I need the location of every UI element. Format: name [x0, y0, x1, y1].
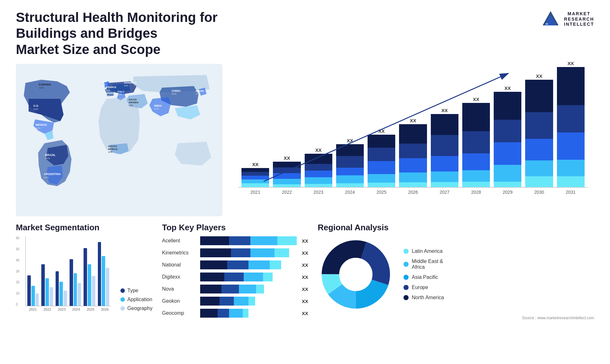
svg-text:xx%: xx%: [129, 104, 133, 106]
svg-text:xx%: xx%: [106, 89, 110, 91]
regional-title: Regional Analysis: [318, 223, 594, 233]
svg-text:xx%: xx%: [172, 92, 176, 95]
svg-text:ARABIA: ARABIA: [129, 101, 139, 104]
key-players-section: Top Key Players Acellent XX Kinemetrics: [162, 223, 308, 354]
regional-section: Regional Analysis: [318, 223, 594, 354]
segmentation-legend: Type Application Geography: [120, 288, 152, 311]
svg-text:U.K.: U.K.: [102, 80, 107, 83]
svg-text:xx%: xx%: [195, 93, 200, 95]
svg-text:GERMANY: GERMANY: [124, 81, 137, 84]
svg-text:BRAZIL: BRAZIL: [45, 153, 56, 157]
player-geocomp: Geocomp XX: [162, 309, 308, 318]
svg-text:xx%: xx%: [105, 95, 110, 97]
page-title: Structural Health Monitoring for Buildin…: [16, 10, 276, 57]
svg-text:xx%: xx%: [124, 84, 128, 87]
legend-latin-america: Latin America: [403, 248, 444, 254]
donut-chart: [318, 236, 394, 313]
segmentation-title: Market Segmentation: [16, 223, 152, 233]
svg-text:JAPAN: JAPAN: [195, 90, 204, 92]
logo: M MARKET RESEARCH INTELLECT: [541, 10, 594, 29]
legend-europe: Europe: [403, 285, 444, 290]
svg-text:CHINA: CHINA: [172, 89, 181, 92]
svg-text:xx%: xx%: [36, 127, 40, 130]
player-digitexx: Digitexx XX: [162, 273, 308, 281]
segmentation-section: Market Segmentation 60 50 40 30 20 10 0: [16, 223, 152, 354]
world-map: CANADA xx% U.S. xx% MEXICO xx% BRAZIL xx…: [16, 64, 222, 216]
svg-text:xx%: xx%: [118, 93, 122, 96]
logo-icon: M: [541, 10, 560, 29]
svg-text:xx%: xx%: [44, 176, 49, 179]
svg-text:xx%: xx%: [39, 86, 44, 89]
svg-text:FRANCE: FRANCE: [106, 86, 117, 89]
players-list: Acellent XX Kinemetrics: [162, 236, 308, 318]
svg-text:ITALY: ITALY: [118, 90, 125, 93]
legend-type: Type: [120, 288, 152, 293]
svg-text:INDIA: INDIA: [154, 104, 162, 107]
svg-text:M: M: [546, 23, 548, 25]
regional-legend: Latin America Middle East &Africa Asia P…: [403, 248, 444, 300]
key-players-title: Top Key Players: [162, 223, 308, 233]
source-text: Source : www.marketresearchintellect.com: [318, 316, 594, 320]
player-national: National XX: [162, 260, 308, 269]
svg-text:AFRICA: AFRICA: [108, 148, 118, 151]
logo-text: MARKET RESEARCH INTELLECT: [564, 11, 594, 27]
svg-text:SOUTH: SOUTH: [108, 145, 117, 148]
svg-point-44: [339, 258, 372, 291]
legend-middle-east-africa: Middle East &Africa: [403, 259, 444, 270]
growth-chart: XX XX: [232, 64, 594, 216]
bar-chart-area: XX XX: [238, 67, 588, 188]
seg-bars: [25, 236, 111, 306]
legend-asia-pacific: Asia Pacific: [403, 274, 444, 280]
legend-application: Application: [120, 297, 152, 302]
svg-text:U.S.: U.S.: [33, 104, 39, 107]
player-nova: Nova XX: [162, 285, 308, 293]
header: Structural Health Monitoring for Buildin…: [16, 10, 594, 57]
top-section: CANADA xx% U.S. xx% MEXICO xx% BRAZIL xx…: [16, 64, 594, 216]
svg-text:CANADA: CANADA: [39, 83, 51, 86]
bottom-section: Market Segmentation 60 50 40 30 20 10 0: [16, 223, 594, 354]
svg-text:ARGENTINA: ARGENTINA: [44, 172, 61, 176]
player-acellent: Acellent XX: [162, 236, 308, 245]
svg-text:xx%: xx%: [108, 151, 112, 153]
svg-text:SAUDI: SAUDI: [129, 98, 137, 101]
svg-text:xx%: xx%: [154, 107, 159, 110]
year-labels: 2021 2022 2023 2024 2025 2026 2027 2028 …: [238, 188, 588, 195]
svg-text:xx%: xx%: [102, 83, 106, 85]
legend-geography: Geography: [120, 306, 152, 311]
segmentation-chart: 60 50 40 30 20 10 0: [16, 236, 152, 311]
legend-north-america: North America: [403, 295, 444, 300]
player-geokon: Geokon XX: [162, 297, 308, 306]
svg-text:xx%: xx%: [45, 157, 50, 160]
donut-chart-area: Latin America Middle East &Africa Asia P…: [318, 236, 594, 313]
svg-text:xx%: xx%: [33, 108, 38, 111]
svg-text:SPAIN: SPAIN: [105, 92, 113, 95]
player-kinemetrics: Kinemetrics XX: [162, 248, 308, 257]
svg-text:MEXICO: MEXICO: [36, 123, 47, 126]
